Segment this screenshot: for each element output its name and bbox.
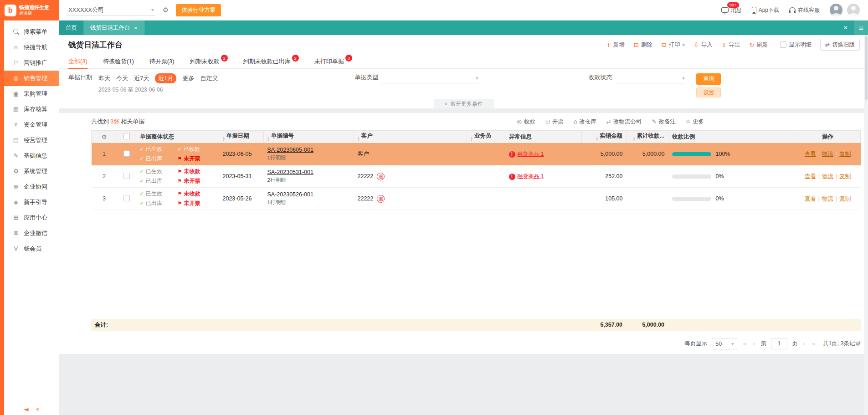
column-header-4[interactable]: ▴▾业务员 bbox=[467, 131, 505, 143]
sidebar-item-5[interactable]: ▦库存核算 bbox=[0, 102, 59, 117]
gear-icon[interactable]: ⚙ bbox=[163, 6, 169, 14]
row-action-0[interactable]: 查看 bbox=[805, 173, 816, 179]
first-page-icon[interactable]: « bbox=[742, 340, 747, 347]
payment-status-select[interactable]: ▾ bbox=[615, 73, 685, 83]
sidebar-item-10[interactable]: ⊕企业协同 bbox=[0, 179, 59, 195]
row-action-1[interactable]: 物流 bbox=[822, 173, 833, 179]
query-button[interactable]: 查询 bbox=[696, 73, 721, 85]
date-option-2[interactable]: 近7天 bbox=[134, 74, 149, 82]
date-option-0[interactable]: 昨天 bbox=[98, 74, 110, 82]
sidebar-item-11[interactable]: ◈新手引导 bbox=[0, 195, 59, 210]
date-option-1[interactable]: 今天 bbox=[116, 74, 128, 82]
messages-button[interactable]: 消息 99+ bbox=[721, 6, 742, 14]
online-service-button[interactable]: 在线客服 bbox=[789, 6, 820, 14]
sidebar-item-7[interactable]: ▤经营管理 bbox=[0, 133, 59, 148]
receive-action[interactable]: ◎收款 bbox=[517, 118, 535, 126]
close-tab-icon[interactable]: ✕ bbox=[134, 26, 138, 31]
last-page-icon[interactable]: » bbox=[811, 340, 817, 347]
table-row-2[interactable]: 2✓已生效⚑未收款✓已出库⚑未开票2023-05-31SA-20230531-0… bbox=[92, 165, 861, 188]
more-action[interactable]: ≡更多 bbox=[686, 118, 704, 126]
plus-button[interactable]: +新增 bbox=[606, 41, 625, 49]
row-checkbox[interactable] bbox=[123, 173, 130, 179]
logistics-action[interactable]: ⇄改物流公司 bbox=[606, 118, 642, 126]
expand-more-conditions[interactable]: » 展开更多条件 bbox=[434, 99, 494, 108]
column-header-1[interactable]: ▴▾单据日期 bbox=[219, 131, 264, 143]
date-option-4[interactable]: 更多 bbox=[182, 74, 194, 82]
row-checkbox[interactable] bbox=[123, 195, 130, 201]
row-checkbox[interactable] bbox=[123, 150, 130, 157]
row-action-1[interactable]: 物流 bbox=[822, 151, 833, 157]
abnormal-link[interactable]: 融货商品 1 bbox=[518, 173, 544, 179]
page-number-input[interactable]: 1 bbox=[771, 338, 787, 349]
row-action-2[interactable]: 复制 bbox=[839, 195, 851, 202]
status-tab-5[interactable]: 未打印单据3 bbox=[314, 54, 352, 68]
app-logo[interactable]: b 畅捷通好生意 标准版 bbox=[0, 0, 59, 20]
app-download-button[interactable]: App下载 bbox=[752, 6, 779, 14]
row-action-0[interactable]: 查看 bbox=[805, 151, 816, 157]
sidebar-item-2[interactable]: ⚐营销推广 bbox=[0, 55, 59, 71]
printer-button[interactable]: ⊡打印▾ bbox=[662, 41, 685, 49]
row-action-2[interactable]: 复制 bbox=[839, 173, 851, 179]
date-option-5[interactable]: 自定义 bbox=[200, 74, 218, 82]
refresh-button[interactable]: ↻刷新 bbox=[750, 41, 768, 49]
trash-button[interactable]: ⊟删除 bbox=[634, 41, 652, 49]
company-selector[interactable]: XXXXXX公司 ▾ bbox=[67, 4, 155, 16]
sidebar-item-1[interactable]: ⌂快捷导航 bbox=[0, 40, 59, 55]
next-page-icon[interactable]: › bbox=[802, 340, 806, 347]
sidebar-item-12[interactable]: ⊞应用中心 bbox=[0, 210, 59, 225]
check-icon: ✓ bbox=[140, 178, 144, 184]
sidebar-item-14[interactable]: V畅会员 bbox=[0, 241, 59, 256]
collapse-sidebar-icon[interactable]: « bbox=[36, 405, 40, 413]
table-row-3[interactable]: 3✓已生效⚑未收款✓已出库⚑未开票2023-05-26SA-20230526-0… bbox=[92, 188, 861, 210]
close-all-tabs-icon[interactable]: ✕ bbox=[837, 25, 854, 31]
import-button[interactable]: ⇩导入 bbox=[694, 41, 713, 49]
workspace-tab-0[interactable]: 首页 bbox=[59, 20, 84, 35]
table-row-1[interactable]: 1✓已生效✓已收款✓已出库⚑未开票2023-06-05SA-20230605-0… bbox=[92, 143, 861, 165]
date-option-3[interactable]: 近1月 bbox=[155, 73, 176, 83]
column-header-6[interactable]: ▴▾实销金额 bbox=[582, 131, 627, 143]
sidebar-item-0[interactable]: 搜索菜单 bbox=[0, 24, 59, 40]
doc-number-link[interactable]: SA-20230605-001 bbox=[267, 147, 313, 153]
doc-number-link[interactable]: SA-20230531-001 bbox=[267, 169, 313, 175]
announcement-icon[interactable]: ◄ bbox=[24, 405, 29, 413]
show-detail-checkbox[interactable] bbox=[780, 41, 786, 48]
table-settings-header[interactable]: ⚙ bbox=[92, 131, 117, 143]
row-action-0[interactable]: 查看 bbox=[805, 195, 816, 202]
vertical-scrollbar[interactable] bbox=[864, 35, 868, 415]
tab-menu-icon[interactable]: ≡ bbox=[854, 20, 868, 35]
sidebar-item-6[interactable]: ¥资金管理 bbox=[0, 117, 59, 133]
status-tab-3[interactable]: 到期未收款2 bbox=[190, 54, 228, 68]
column-header-7[interactable]: ▴▾累计收款... bbox=[627, 131, 668, 143]
secondary-avatar[interactable] bbox=[847, 4, 860, 16]
settings-button[interactable]: 设置 bbox=[696, 87, 721, 97]
status-tab-1[interactable]: 待拣验货(1) bbox=[103, 54, 134, 68]
workspace-tab-1[interactable]: 钱货日清工作台✕ bbox=[84, 20, 144, 35]
sidebar-item-8[interactable]: ✎基础信息 bbox=[0, 148, 59, 164]
abnormal-link[interactable]: 融货商品 1 bbox=[518, 151, 544, 157]
row-action-1[interactable]: 物流 bbox=[822, 195, 833, 202]
export-button[interactable]: ⇧导出 bbox=[722, 41, 740, 49]
status-tab-0[interactable]: 全部(3) bbox=[68, 54, 87, 68]
column-header-3[interactable]: ▴▾客户 bbox=[354, 131, 467, 143]
sidebar-item-13[interactable]: ✉企业微信 bbox=[0, 225, 59, 241]
column-header-2[interactable]: ▴▾单据编号 bbox=[264, 131, 354, 143]
doc-type-select[interactable]: ▾ bbox=[381, 73, 479, 83]
row-action-2[interactable]: 复制 bbox=[839, 151, 851, 157]
user-avatar[interactable] bbox=[830, 4, 842, 16]
prev-page-icon[interactable]: ‹ bbox=[752, 340, 756, 347]
warehouse-action[interactable]: ⌂改仓库 bbox=[574, 118, 596, 126]
experience-plan-button[interactable]: 体验行业方案 bbox=[176, 4, 221, 16]
sidebar-item-3[interactable]: ◎销售管理 bbox=[4, 71, 59, 86]
status-tab-4[interactable]: 到期未收款已出库2 bbox=[243, 54, 299, 68]
note-action[interactable]: ✎改备注 bbox=[652, 118, 676, 126]
doc-number-link[interactable]: SA-20230526-001 bbox=[267, 191, 313, 198]
status-tab-2[interactable]: 待开票(3) bbox=[149, 54, 175, 68]
sidebar-item-9[interactable]: ⚙系统管理 bbox=[0, 164, 59, 179]
select-all-checkbox[interactable] bbox=[123, 133, 130, 139]
show-detail-toggle[interactable]: 显示明细 bbox=[780, 41, 812, 49]
switch-old-version-button[interactable]: ⇄ 切换旧版 bbox=[820, 39, 860, 51]
per-page-select[interactable]: 50 ▾ bbox=[712, 338, 737, 349]
invoice-action[interactable]: ⊡开票 bbox=[545, 118, 564, 126]
sidebar-item-4[interactable]: ▣采购管理 bbox=[0, 86, 59, 102]
scrollbar-thumb[interactable] bbox=[865, 36, 868, 100]
